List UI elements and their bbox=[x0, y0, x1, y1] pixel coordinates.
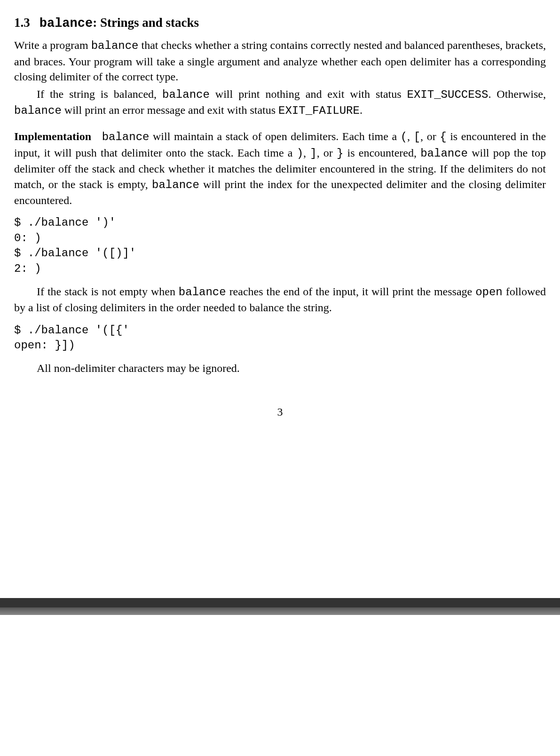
runin-implementation: Implementation bbox=[14, 130, 91, 142]
section-title-rest: : Strings and stacks bbox=[93, 16, 199, 30]
section-heading: 1.3balance: Strings and stacks bbox=[14, 14, 546, 32]
code-example-2: $ ./balance '([{' open: }]) bbox=[14, 323, 546, 354]
paragraph-implementation: Implementation balance will maintain a s… bbox=[14, 129, 546, 208]
paragraph-open: If the stack is not empty when balance r… bbox=[14, 284, 546, 315]
paragraph-behavior: If the string is balanced, balance will … bbox=[14, 87, 546, 119]
paragraph-intro: Write a program balance that checks whet… bbox=[14, 38, 546, 84]
code-example-1: $ ./balance ')' 0: ) $ ./balance '([)]' … bbox=[14, 215, 546, 276]
page-number: 3 bbox=[14, 404, 546, 419]
page-divider bbox=[0, 598, 560, 615]
section-title-tt: balance bbox=[39, 16, 93, 31]
section-number: 1.3 bbox=[14, 16, 30, 30]
paragraph-ignore: All non-delimiter characters may be igno… bbox=[14, 361, 546, 376]
